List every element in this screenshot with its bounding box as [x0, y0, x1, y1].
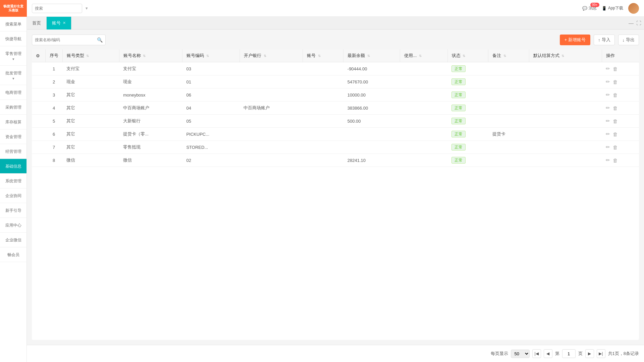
action-icons-7: ✏ 🗑: [606, 157, 635, 163]
tab-minimize-icon[interactable]: —: [629, 20, 634, 26]
prev-page-button[interactable]: ◀: [544, 349, 552, 358]
top-search-input[interactable]: [32, 4, 82, 13]
sidebar-item-basic[interactable]: 基础信息: [0, 159, 26, 174]
next-page-button[interactable]: ▶: [585, 349, 594, 358]
search-icon[interactable]: 🔍: [97, 37, 103, 43]
sort-balance-icon: ⇅: [367, 54, 370, 58]
first-page-button[interactable]: |◀: [532, 349, 541, 358]
row-action-6: ✏ 🗑: [602, 141, 639, 154]
delete-icon-1[interactable]: 🗑: [613, 79, 618, 85]
row-remark-0: [488, 62, 529, 75]
col-account[interactable]: 账号 ⇅: [303, 49, 343, 62]
row-status-2: 正常: [447, 88, 488, 102]
sidebar-item-finance[interactable]: 资金管理: [0, 129, 26, 144]
per-page-select[interactable]: 50 100: [511, 350, 530, 358]
sidebar-item-ecommerce[interactable]: 电商管理: [0, 85, 26, 100]
edit-icon-3[interactable]: ✏: [606, 105, 610, 111]
col-name[interactable]: 账号名称 ⇅: [119, 49, 182, 62]
edit-icon-6[interactable]: ✏: [606, 144, 610, 150]
row-remark-1: [488, 75, 529, 88]
col-remark[interactable]: 备注 ⇅: [488, 49, 529, 62]
status-badge: 正常: [451, 157, 466, 164]
sidebar-item-contract[interactable]: 企业协同: [0, 188, 26, 203]
col-status[interactable]: 状态 ⇅: [447, 49, 488, 62]
status-badge: 正常: [451, 144, 466, 150]
delete-icon-2[interactable]: 🗑: [613, 92, 618, 98]
avatar[interactable]: [628, 3, 639, 14]
tab-maximize-icon[interactable]: ⛶: [636, 20, 641, 26]
page-end-label: 页: [578, 351, 583, 357]
app-download-button[interactable]: 📱 App下载: [602, 5, 623, 11]
delete-icon-0[interactable]: 🗑: [613, 66, 618, 72]
page-number-input[interactable]: [562, 349, 576, 358]
sidebar-item-quick[interactable]: 快捷导航: [0, 32, 26, 46]
row-usage-5: [400, 128, 447, 141]
row-type-0: 支付宝: [62, 62, 119, 75]
toolbar: 🔍 + 新增账号 ↑ 导入 ↓ 导出: [32, 35, 639, 45]
sidebar-item-system[interactable]: 系统管理: [0, 174, 26, 188]
tab-account[interactable]: 账号 ✕: [47, 17, 71, 29]
col-payment[interactable]: 默认结算方式 ⇅: [529, 49, 602, 62]
delete-icon-7[interactable]: 🗑: [613, 158, 618, 163]
row-status-6: 正常: [447, 141, 488, 154]
row-name-3: 中百商场账户: [119, 102, 182, 115]
tab-home[interactable]: 首页: [27, 17, 47, 29]
delete-icon-6[interactable]: 🗑: [613, 144, 618, 150]
row-payment-2: [529, 88, 602, 102]
edit-icon-7[interactable]: ✏: [606, 157, 610, 163]
logo-line2: 乐惠版: [3, 8, 23, 12]
tab-account-close-icon[interactable]: ✕: [63, 21, 66, 25]
sidebar-item-guide[interactable]: 新手引导: [0, 203, 26, 218]
sort-payment-icon: ⇅: [561, 54, 564, 58]
row-no-2: 3: [45, 88, 62, 102]
row-payment-3: [529, 102, 602, 115]
delete-icon-4[interactable]: 🗑: [613, 118, 618, 124]
row-bank-4: [239, 115, 303, 128]
row-code-7: 02: [182, 154, 239, 167]
edit-icon-2[interactable]: ✏: [606, 92, 610, 98]
edit-icon-5[interactable]: ✏: [606, 131, 610, 137]
app-icon: 📱: [602, 6, 607, 11]
col-type[interactable]: 账号类型 ⇅: [62, 49, 119, 62]
export-button[interactable]: ↓ 导出: [618, 35, 639, 45]
row-account-6: [303, 141, 343, 154]
row-action-5: ✏ 🗑: [602, 128, 639, 141]
sidebar-item-inventory[interactable]: 库存核算: [0, 115, 26, 129]
edit-icon-1[interactable]: ✏: [606, 79, 610, 85]
search-input[interactable]: [35, 38, 97, 42]
sidebar: 畅捷通好生意 乐惠版 搜索菜单 快捷导航 零售管理 ▾ 批发管理 ▾ 电商管理 …: [0, 0, 27, 362]
row-usage-6: [400, 141, 447, 154]
row-type-3: 其它: [62, 102, 119, 115]
sidebar-item-purchase[interactable]: 采购管理: [0, 100, 26, 115]
col-bank[interactable]: 开户银行 ⇅: [239, 49, 303, 62]
main-container: ▾ 💬 消息 99+ 📱 App下载 首页 账号 ✕ — ⛶: [27, 0, 644, 362]
sidebar-item-operation[interactable]: 经营管理: [0, 144, 26, 159]
col-balance[interactable]: 最新余额 ⇅: [343, 49, 400, 62]
sort-code-icon: ⇅: [206, 54, 209, 58]
sidebar-item-appcenter[interactable]: 应用中心: [0, 218, 26, 233]
col-settings[interactable]: ⚙: [32, 49, 45, 62]
top-search-dropdown-icon[interactable]: ▾: [86, 6, 88, 11]
sidebar-item-wechat[interactable]: 企业微信: [0, 233, 26, 247]
edit-icon-0[interactable]: ✏: [606, 66, 610, 72]
row-balance-0: -90444.00: [343, 62, 400, 75]
sidebar-item-retail[interactable]: 零售管理 ▾: [0, 46, 26, 66]
row-code-6: STORED...: [182, 141, 239, 154]
sidebar-item-search[interactable]: 搜索菜单: [0, 17, 26, 32]
row-bank-0: [239, 62, 303, 75]
last-page-button[interactable]: ▶|: [597, 349, 605, 358]
sidebar-item-wholesale[interactable]: 批发管理 ▾: [0, 66, 26, 85]
row-code-3: 04: [182, 102, 239, 115]
import-button[interactable]: ↑ 导入: [594, 35, 615, 45]
row-settings-7: [32, 154, 45, 167]
add-account-button[interactable]: + 新增账号: [560, 35, 590, 45]
message-button[interactable]: 💬 消息 99+: [582, 5, 597, 11]
col-code[interactable]: 账号编码 ⇅: [182, 49, 239, 62]
sidebar-item-member[interactable]: 畅会员: [0, 247, 26, 262]
row-type-4: 其它: [62, 115, 119, 128]
delete-icon-3[interactable]: 🗑: [613, 105, 618, 111]
row-payment-0: [529, 62, 602, 75]
delete-icon-5[interactable]: 🗑: [613, 131, 618, 137]
edit-icon-4[interactable]: ✏: [606, 118, 610, 124]
col-usage[interactable]: 使用... ⇅: [400, 49, 447, 62]
